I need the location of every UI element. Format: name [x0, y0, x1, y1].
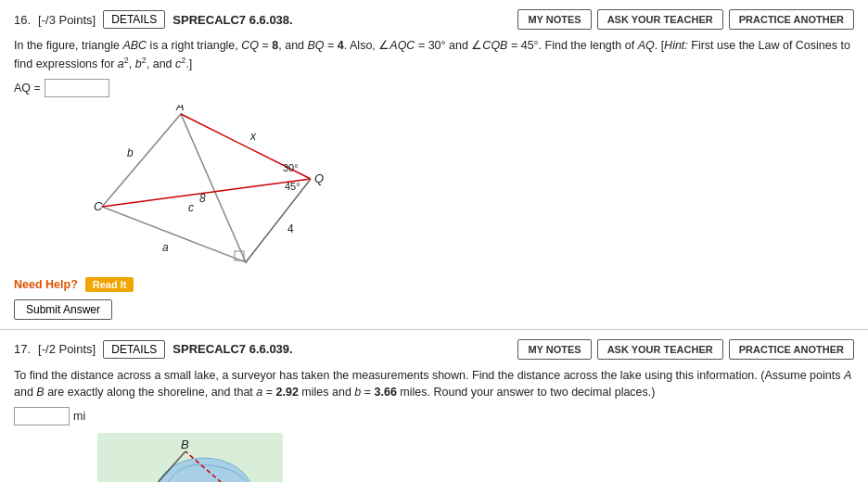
- svg-text:C: C: [94, 199, 103, 213]
- q16-answer-label: AQ =: [14, 82, 41, 95]
- question-16-header: 16. [-/3 Points] DETAILS SPRECALC7 6.6.0…: [14, 9, 854, 30]
- svg-text:45°: 45°: [285, 181, 300, 192]
- q16-need-help-row: Need Help? Read It: [14, 277, 854, 292]
- q16-submit-button[interactable]: Submit Answer: [14, 299, 112, 320]
- q17-answer-input[interactable]: [14, 407, 70, 425]
- q17-ask-teacher-button[interactable]: ASK YOUR TEACHER: [597, 339, 723, 360]
- q16-details-button[interactable]: DETAILS: [103, 10, 165, 29]
- q16-answer-input[interactable]: [45, 79, 109, 97]
- q16-read-it-button[interactable]: Read It: [85, 277, 134, 292]
- q16-ask-teacher-button[interactable]: ASK YOUR TEACHER: [597, 9, 723, 30]
- svg-text:30°: 30°: [283, 162, 299, 173]
- q17-details-button[interactable]: DETAILS: [103, 340, 165, 359]
- svg-text:A: A: [175, 105, 185, 113]
- q17-diagram: B A C a b 40.3°: [14, 433, 854, 482]
- question-17-answer-row: mi: [14, 407, 854, 425]
- question-16-text: In the figure, triangle ABC is a right t…: [14, 37, 854, 73]
- question-17-header-left: 17. [-/2 Points] DETAILS SPRECALC7 6.6.0…: [14, 340, 293, 359]
- q17-unit-label: mi: [73, 410, 85, 423]
- svg-text:B: B: [181, 438, 189, 451]
- question-17: 17. [-/2 Points] DETAILS SPRECALC7 6.6.0…: [0, 330, 868, 482]
- svg-text:a: a: [162, 241, 169, 254]
- question-16-number: 16.: [14, 13, 31, 27]
- question-16-points: [-/3 Points]: [38, 13, 96, 27]
- svg-text:Q: Q: [314, 171, 324, 185]
- q16-my-notes-button[interactable]: MY NOTES: [517, 9, 591, 30]
- question-17-points: [-/2 Points]: [38, 342, 96, 356]
- svg-text:B: B: [242, 265, 250, 267]
- q17-practice-button[interactable]: PRACTICE ANOTHER: [729, 339, 854, 360]
- question-17-code: SPRECALC7 6.6.039.: [172, 342, 292, 356]
- svg-text:4: 4: [287, 222, 294, 235]
- q17-my-notes-button[interactable]: MY NOTES: [517, 339, 591, 360]
- q16-diagram: A C B Q x 30° 45° 8 4 b c a: [14, 105, 854, 270]
- question-16: 16. [-/3 Points] DETAILS SPRECALC7 6.6.0…: [0, 0, 868, 330]
- question-16-code: SPRECALC7 6.6.038.: [172, 13, 292, 27]
- svg-line-3: [246, 179, 311, 262]
- svg-text:x: x: [249, 130, 257, 143]
- question-17-text: To find the distance across a small lake…: [14, 367, 854, 402]
- question-16-answer-row: AQ =: [14, 79, 854, 97]
- question-16-header-left: 16. [-/3 Points] DETAILS SPRECALC7 6.6.0…: [14, 10, 293, 29]
- q16-need-help-label: Need Help?: [14, 278, 78, 291]
- svg-text:8: 8: [199, 192, 206, 205]
- question-17-header-buttons: MY NOTES ASK YOUR TEACHER PRACTICE ANOTH…: [517, 339, 854, 360]
- q16-practice-button[interactable]: PRACTICE ANOTHER: [729, 9, 854, 30]
- question-17-header: 17. [-/2 Points] DETAILS SPRECALC7 6.6.0…: [14, 339, 854, 360]
- svg-text:b: b: [127, 146, 134, 159]
- question-16-header-buttons: MY NOTES ASK YOUR TEACHER PRACTICE ANOTH…: [517, 9, 854, 30]
- svg-line-2: [102, 179, 311, 207]
- question-17-number: 17.: [14, 342, 31, 356]
- svg-text:c: c: [188, 201, 194, 214]
